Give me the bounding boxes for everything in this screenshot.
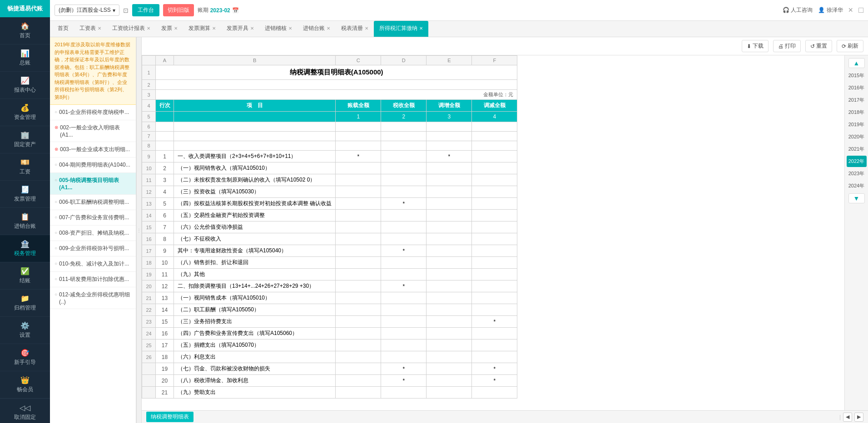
v3-cell[interactable] (427, 292, 472, 304)
tab-close-icon[interactable]: ✕ (98, 26, 101, 31)
item-cell[interactable]: （七）罚金、罚款和被没收财物的损失 (174, 363, 336, 375)
list-item-9[interactable]: ○010-免税、减计收入及加计... (50, 256, 136, 272)
v2-cell[interactable]: * (381, 375, 427, 387)
v3-cell[interactable] (427, 141, 472, 151)
hang-cell[interactable]: 20 (156, 375, 174, 387)
v1-cell[interactable] (336, 245, 381, 257)
v2-cell[interactable] (381, 316, 427, 328)
tab-close-icon[interactable]: ✕ (147, 26, 150, 31)
v1-cell[interactable] (336, 186, 381, 198)
sidebar-item-结账[interactable]: ✅结账 (0, 262, 50, 290)
v2-cell[interactable] (381, 269, 427, 280)
v1-cell[interactable] (336, 221, 381, 233)
hang-cell[interactable]: 21 (156, 387, 174, 398)
support-link[interactable]: 🎧 人工咨询 (783, 6, 813, 14)
sidebar-item-新手引导[interactable]: 🎯新手引导 (0, 344, 50, 371)
v4-cell[interactable] (472, 221, 517, 233)
hang-cell[interactable]: 13 (156, 292, 174, 304)
v3-cell[interactable] (427, 328, 472, 339)
v4-cell[interactable] (472, 141, 517, 151)
v2-cell[interactable] (381, 351, 427, 363)
year-item[interactable]: 2019年 (847, 119, 867, 130)
v3-cell[interactable] (427, 245, 472, 257)
v4-cell[interactable] (472, 304, 517, 316)
v1-cell[interactable] (336, 233, 381, 245)
tab-0[interactable]: 首页 (52, 21, 74, 37)
v1-cell[interactable] (336, 162, 381, 174)
sidebar-item-税务管理[interactable]: 🏦税务管理 (0, 235, 50, 262)
v2-cell[interactable] (381, 186, 427, 198)
download-button[interactable]: ⬇ 下载 (742, 40, 769, 52)
list-item-7[interactable]: ○008-资产折旧、摊销及纳税... (50, 226, 136, 241)
hang-cell[interactable]: 4 (156, 186, 174, 198)
v4-cell[interactable] (472, 269, 517, 280)
v2-cell[interactable] (381, 132, 427, 141)
hang-cell[interactable]: 1 (156, 151, 174, 162)
v1-cell[interactable] (336, 269, 381, 280)
v1-cell[interactable] (336, 122, 381, 132)
v2-cell[interactable]: * (381, 198, 427, 210)
v4-cell[interactable] (472, 328, 517, 339)
tab-2[interactable]: 工资统计报表✕ (107, 21, 156, 37)
v2-cell[interactable] (381, 292, 427, 304)
v3-cell[interactable] (427, 257, 472, 269)
item-cell[interactable]: （六）公允价值变动净损益 (174, 221, 336, 233)
v1-cell[interactable] (336, 174, 381, 186)
v2-cell[interactable] (381, 233, 427, 245)
v3-cell[interactable] (427, 122, 472, 132)
list-item-2[interactable]: ⊗003-一般企业成本支出明细... (50, 142, 136, 157)
year-item[interactable]: 2020年 (847, 131, 867, 143)
v2-cell[interactable] (381, 328, 427, 339)
sidebar-item-设置[interactable]: ⚙️设置 (0, 317, 50, 344)
company-select[interactable]: (勿删）江西股金-LSS ▾ (55, 5, 119, 16)
v1-cell[interactable] (336, 363, 381, 375)
item-cell[interactable]: （三）投资收益（填写A105030） (174, 186, 336, 198)
v4-cell[interactable] (472, 351, 517, 363)
sidebar-unfix[interactable]: ◁◁ 取消固定 (0, 399, 50, 423)
v3-cell[interactable] (427, 351, 472, 363)
hang-cell[interactable]: 3 (156, 174, 174, 186)
hang-cell[interactable]: 19 (156, 363, 174, 375)
user-avatar[interactable]: 👤 徐泽华 (818, 6, 843, 14)
item-cell[interactable]: （九）赞助支出 (174, 387, 336, 398)
tab-3[interactable]: 发票✕ (156, 21, 183, 37)
v4-cell[interactable]: * (472, 363, 517, 375)
item-cell[interactable]: （六）利息支出 (174, 351, 336, 363)
v4-cell[interactable] (472, 151, 517, 162)
item-cell[interactable]: （八）税收滞纳金、加收利息 (174, 375, 336, 387)
v3-cell[interactable]: * (427, 151, 472, 162)
item-cell[interactable]: （七）不征税收入 (174, 233, 336, 245)
year-item[interactable]: 2015年 (847, 70, 867, 81)
item-cell[interactable]: （五）交易性金融资产初始投资调整 (174, 210, 336, 221)
item-cell[interactable]: 其中：专项用途财政性资金（填写A105040） (174, 245, 336, 257)
hang-cell[interactable]: 17 (156, 339, 174, 351)
tab-7[interactable]: 进销台账✕ (298, 21, 336, 37)
list-item-8[interactable]: ○009-企业所得税弥补亏损明... (50, 241, 136, 256)
sidebar-item-进销台账[interactable]: 📋进销台账 (0, 208, 50, 235)
v4-cell[interactable] (472, 174, 517, 186)
hang-cell[interactable]: 7 (156, 221, 174, 233)
sidebar-item-资金管理[interactable]: 💰资金管理 (0, 99, 50, 126)
v3-cell[interactable] (427, 210, 472, 221)
year-item[interactable]: 2017年 (847, 94, 867, 106)
v1-cell[interactable] (336, 198, 381, 210)
v4-cell[interactable] (472, 132, 517, 141)
v1-cell[interactable] (336, 339, 381, 351)
list-item-4[interactable]: ○005-纳税调整项目明细表(A1... (50, 173, 136, 195)
year-item[interactable]: 2021年 (847, 143, 867, 155)
scroll-left-button[interactable]: ◀ (843, 413, 852, 422)
item-cell[interactable]: 一、收入类调整项目（2+3+4+5+6+7+8+10+11） (174, 151, 336, 162)
tab-close-icon[interactable]: ✕ (212, 26, 216, 31)
v2-cell[interactable] (381, 141, 427, 151)
hang-cell[interactable]: 15 (156, 316, 174, 328)
item-cell[interactable]: （三）业务招待费支出 (174, 316, 336, 328)
hang-cell[interactable] (156, 141, 174, 151)
tab-4[interactable]: 发票测算✕ (183, 21, 221, 37)
v4-cell[interactable] (472, 122, 517, 132)
item-cell[interactable]: （二）未按权责发生制原则确认的收入（填写A10502 0） (174, 174, 336, 186)
v2-cell[interactable] (381, 162, 427, 174)
item-cell[interactable]: （一）视同销售收入（填写A105010） (174, 162, 336, 174)
v3-cell[interactable] (427, 162, 472, 174)
year-item[interactable]: 2023年 (847, 168, 867, 179)
v3-cell[interactable] (427, 387, 472, 398)
